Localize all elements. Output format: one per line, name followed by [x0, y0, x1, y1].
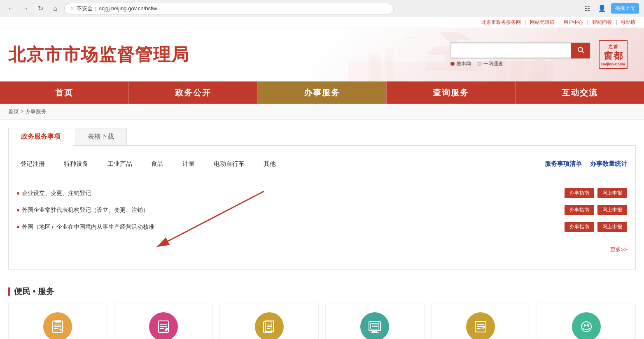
- address-bar[interactable]: ⚠ 不安全 | scjgj.beijing.gov.cn/bsfw/: [64, 3, 394, 14]
- nav-item-home[interactable]: 首页: [0, 81, 128, 104]
- service-link-2[interactable]: 外国（地区）企业在中国境内从事生产经营活动核准: [22, 223, 154, 231]
- guide-btn-2[interactable]: 办事指南: [565, 222, 594, 232]
- utility-link-4[interactable]: 移动版: [621, 19, 636, 25]
- service-link-0[interactable]: 企业设立、变更、注销登记: [22, 190, 91, 197]
- tab-form-download[interactable]: 表格下载: [75, 128, 127, 145]
- content-area: 政务服务事项 表格下载 登记注册 特种设备 工业产品 食品 计量 电动自行车 其…: [0, 120, 644, 278]
- breadcrumb-home[interactable]: 首页: [8, 108, 19, 114]
- conv-item-3[interactable]: [325, 304, 425, 339]
- right-actions: 服务事项清单 办事数量统计: [545, 160, 627, 168]
- utility-link-3[interactable]: 智能问答: [592, 19, 612, 25]
- main-nav: 首页 政务公开 办事服务 查询服务 互动交流: [0, 81, 644, 104]
- more-link[interactable]: 更多>>: [17, 242, 627, 253]
- conv-icon-5: [572, 312, 601, 339]
- section-title-bar: [8, 287, 10, 296]
- service-panel: 登记注册 特种设备 工业产品 食品 计量 电动自行车 其他 服务事项清单 办事数…: [8, 146, 636, 269]
- cat-measurement[interactable]: 计量: [179, 158, 198, 170]
- site-logo: 北京市市场监督管理局: [8, 43, 189, 66]
- svg-point-40: [584, 324, 586, 326]
- conv-icon-2: [255, 312, 284, 339]
- search-button[interactable]: [571, 43, 590, 58]
- service-item-left-0: 企业设立、变更、注销登记: [17, 190, 91, 197]
- online-btn-1[interactable]: 网上申报: [597, 205, 627, 215]
- service-item-left-1: 外国企业常驻代表机构登记（设立、变更、注销）: [17, 207, 149, 214]
- service-buttons-0: 办事指南 网上申报: [565, 188, 627, 198]
- badge-text: 之首 窗都 Beijing-China: [601, 44, 625, 66]
- header-search-area: 搜本网 一网通查: [450, 42, 590, 67]
- nav-item-query[interactable]: 查询服务: [387, 81, 515, 104]
- extensions-button[interactable]: ☷: [581, 3, 593, 14]
- utility-link-2[interactable]: 用户中心: [563, 19, 583, 25]
- search-box: [450, 42, 590, 59]
- conv-icon-1: [149, 312, 178, 339]
- cat-special-equipment[interactable]: 特种设备: [61, 158, 92, 170]
- svg-rect-33: [372, 331, 377, 332]
- service-item-1: 外国企业常驻代表机构登记（设立、变更、注销） 办事指南 网上申报: [17, 202, 627, 218]
- search-options: 搜本网 一网通查: [450, 60, 503, 67]
- cat-other[interactable]: 其他: [260, 158, 279, 170]
- utility-link-1[interactable]: 网站无障碍: [530, 19, 555, 25]
- service-link-1[interactable]: 外国企业常驻代表机构登记（设立、变更、注销）: [22, 207, 149, 214]
- conv-item-1[interactable]: [114, 304, 213, 339]
- upload-button[interactable]: 拖拽上传: [611, 3, 639, 14]
- conv-item-4[interactable]: [431, 304, 530, 339]
- svg-point-11: [578, 47, 583, 52]
- tab-bar: 政务服务事项 表格下载: [8, 128, 636, 146]
- url-display: scjgj.beijing.gov.cn/bsfw/: [99, 5, 157, 12]
- profile-button[interactable]: 👤: [596, 3, 608, 14]
- service-dot-0: [17, 192, 19, 195]
- service-list-link[interactable]: 服务事项清单: [545, 160, 582, 168]
- conv-item-0[interactable]: [8, 304, 107, 339]
- section-title: 便民 • 服务: [8, 286, 636, 297]
- svg-line-12: [582, 51, 583, 53]
- cat-ebike[interactable]: 电动自行车: [210, 158, 248, 170]
- svg-point-41: [587, 324, 589, 326]
- browser-right-icons: ☷ 👤 拖拽上传: [581, 3, 639, 14]
- search-option-local[interactable]: 搜本网: [450, 60, 471, 67]
- svg-rect-6: [369, 53, 381, 81]
- nav-item-politics[interactable]: 政务公开: [129, 81, 257, 104]
- service-item-2: 外国（地区）企业在中国境内从事生产经营活动核准 办事指南 网上申报: [17, 218, 627, 235]
- guide-btn-1[interactable]: 办事指南: [565, 205, 594, 215]
- utility-link-0[interactable]: 北京市政务服务网: [481, 19, 521, 25]
- cat-registration[interactable]: 登记注册: [17, 158, 48, 170]
- search-local-label: 搜本网: [456, 60, 471, 67]
- search-input[interactable]: [451, 44, 571, 57]
- forward-button[interactable]: →: [20, 3, 31, 14]
- svg-point-39: [581, 322, 591, 332]
- reload-button[interactable]: ↻: [35, 3, 46, 14]
- svg-rect-7: [385, 49, 393, 81]
- back-button[interactable]: ←: [5, 3, 16, 14]
- cat-food[interactable]: 食品: [148, 158, 167, 170]
- svg-marker-1: [439, 32, 471, 40]
- breadcrumb-current: 办事服务: [25, 108, 47, 114]
- search-option-all[interactable]: 一网通查: [478, 60, 503, 67]
- service-item-left-2: 外国（地区）企业在中国境内从事生产经营活动核准: [17, 223, 154, 231]
- service-list: 企业设立、变更、注销登记 办事指南 网上申报 外国企业常驻代表机构登记（设立、变…: [17, 178, 627, 242]
- tab-service-items[interactable]: 政务服务事项: [8, 128, 73, 146]
- nav-item-service[interactable]: 办事服务: [258, 81, 386, 104]
- home-button[interactable]: ⌂: [49, 3, 61, 14]
- service-dot-1: [17, 209, 19, 211]
- service-buttons-1: 办事指南 网上申报: [565, 205, 627, 215]
- convenience-grid: [8, 304, 636, 339]
- search-all-label: 一网通查: [483, 60, 503, 67]
- guide-btn-0[interactable]: 办事指南: [565, 188, 594, 198]
- convenience-section: 便民 • 服务: [0, 278, 644, 339]
- conv-item-5[interactable]: [537, 304, 636, 339]
- svg-rect-16: [54, 320, 61, 323]
- header-badge: 之首 窗都 Beijing-China: [599, 40, 628, 69]
- category-nav: 登记注册 特种设备 工业产品 食品 计量 电动自行车 其他 服务事项清单 办事数…: [17, 154, 627, 178]
- online-btn-0[interactable]: 网上申报: [597, 188, 627, 198]
- site-header: 北京市市场监督管理局 搜本网 一网通查 之首: [0, 28, 644, 81]
- nav-item-interact[interactable]: 互动交流: [516, 81, 644, 104]
- radio-active: [450, 62, 455, 66]
- cat-industrial[interactable]: 工业产品: [104, 158, 135, 170]
- warning-text: 不安全: [77, 5, 93, 12]
- utility-bar: 北京市政务服务网 | 网站无障碍 | 用户中心 | 智能问答 | 移动版: [0, 17, 644, 28]
- conv-icon-4: [466, 312, 495, 339]
- radio-inactive: [478, 62, 482, 66]
- conv-item-2[interactable]: [219, 304, 319, 339]
- stats-link[interactable]: 办事数量统计: [590, 160, 627, 168]
- online-btn-2[interactable]: 网上申报: [597, 222, 627, 232]
